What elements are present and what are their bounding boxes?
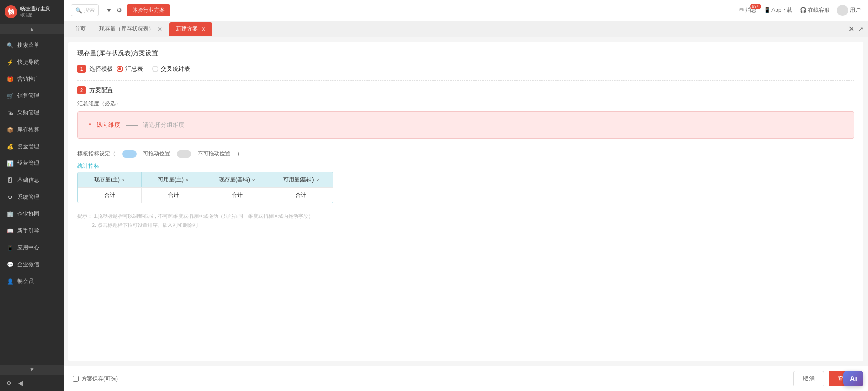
sales-icon: 🛒 [6, 93, 14, 100]
sidebar-item-shortcut[interactable]: ⚡ 快捷导航 [0, 54, 64, 71]
sidebar-item-basic[interactable]: 🗄 基础信息 [0, 172, 64, 189]
radio-summary-dot [118, 67, 121, 70]
dimension-placeholder[interactable]: 请选择分组维度 [143, 121, 184, 129]
required-star: * [89, 122, 91, 129]
tips-section: 提示： 1.拖动标题栏可以调整布局，不可跨维度或指标区域拖动（只能在同一维度或指… [77, 212, 854, 230]
stat-section: 统计指标 现存量(主) ∨ 可用量(主) ∨ [77, 162, 854, 205]
dimension-section: 汇总维度（必选） * 纵向维度 —— 请选择分组维度 [77, 100, 854, 139]
data-cell-0-3: 合计 [269, 187, 333, 203]
section-config: 2 方案配置 汇总维度（必选） * 纵向维度 —— 请选择分组维度 [77, 86, 854, 230]
sidebar-item-management[interactable]: 📊 经营管理 [0, 155, 64, 172]
tab-inventory-status[interactable]: 现存量（库存状况表） ✕ [93, 22, 168, 36]
collapse-icon[interactable]: ◀ [18, 380, 23, 386]
sidebar-scroll-up[interactable]: ▲ [0, 24, 64, 34]
radio-cross-circle [152, 66, 158, 72]
apps-icon: 📱 [6, 244, 14, 252]
cancel-button[interactable]: 取消 [793, 371, 824, 386]
tab-home[interactable]: 首页 [68, 22, 92, 36]
topbar: 🔍 搜索 ▼ ⚙ 体验行业方案 ✉ 消息 99+ 📱 App下载 🎧 在线客服 [64, 0, 868, 21]
search-icon: 🔍 [75, 7, 82, 14]
divider1 [77, 80, 854, 81]
tab-new-close[interactable]: ✕ [201, 26, 206, 32]
system-icon: ⚙ [6, 194, 14, 201]
radio-summary[interactable]: 汇总表 [117, 65, 143, 73]
main-area: 🔍 搜索 ▼ ⚙ 体验行业方案 ✉ 消息 99+ 📱 App下载 🎧 在线客服 [64, 0, 868, 391]
purchase-icon: 🛍 [6, 109, 14, 117]
header-cell-0[interactable]: 现存量(主) ∨ [78, 172, 142, 187]
ai-button[interactable]: Ai [843, 371, 863, 386]
message-icon: ✉ [739, 7, 744, 13]
sidebar-item-finance[interactable]: 💰 资金管理 [0, 138, 64, 155]
sidebar-item-purchase[interactable]: 🛍 采购管理 [0, 104, 64, 121]
wechat-icon: 💬 [6, 261, 14, 268]
sidebar-item-inventory[interactable]: 📦 库存核算 [0, 121, 64, 138]
undraggable-badge [177, 150, 191, 158]
sidebar-nav: 🔍 搜索菜单 ⚡ 快捷导航 🎁 营销推广 🛒 销售管理 🛍 采购管理 📦 库存核… [0, 34, 64, 365]
table-data-row-0: 合计 合计 合计 合计 [78, 187, 333, 203]
sidebar-item-marketing[interactable]: 🎁 营销推广 [0, 71, 64, 87]
chevron-0[interactable]: ∨ [122, 177, 125, 182]
sidebar-scroll-down[interactable]: ▼ [0, 365, 64, 375]
radio-cross[interactable]: 交叉统计表 [152, 65, 190, 73]
company-icon: 🏢 [6, 211, 14, 218]
radio-cross-label: 交叉统计表 [161, 65, 190, 73]
tips-title: 提示： [77, 213, 92, 219]
message-badge[interactable]: ✉ 消息 99+ [739, 6, 756, 14]
sidebar-item-label: 采购管理 [17, 109, 39, 117]
content-area: 现存量(库存状况表)方案设置 1 选择模板 汇总表 [64, 37, 868, 391]
header-cell-1[interactable]: 可用量(主) ∨ [142, 172, 205, 187]
gear-icon[interactable]: ⚙ [117, 7, 122, 14]
sidebar-item-wechat[interactable]: 💬 企业微信 [0, 256, 64, 273]
sidebar-item-label: 营销推广 [17, 75, 39, 83]
sidebar-item-guide[interactable]: 📖 新手引导 [0, 222, 64, 239]
sidebar-item-label: 基础信息 [17, 176, 39, 184]
app-download[interactable]: 📱 App下载 [764, 6, 792, 14]
tabbar: 首页 现存量（库存状况表） ✕ 新建方案 ✕ ✕ ⤢ [64, 21, 868, 37]
sidebar-item-label: 资金管理 [17, 143, 39, 150]
settings-icon[interactable]: ⚙ [6, 380, 12, 386]
tip-content: 1.拖动标题栏可以调整布局，不可跨维度或指标区域拖动（只能在同一维度或指标区域内… [94, 213, 313, 219]
window-expand-icon[interactable]: ⤢ [858, 26, 863, 33]
dimension-box: * 纵向维度 —— 请选择分组维度 [77, 111, 854, 139]
chevron-1[interactable]: ∨ [185, 177, 189, 182]
customer-service[interactable]: 🎧 在线客服 [800, 6, 830, 14]
tab-new-scheme[interactable]: 新建方案 ✕ [169, 22, 212, 36]
data-cell-0-2: 合计 [205, 187, 269, 203]
sidebar-item-label: 库存核算 [17, 126, 39, 134]
sidebar-item-label: 新手引导 [17, 227, 39, 235]
draggable-badge [122, 150, 137, 158]
chevron-3[interactable]: ∨ [316, 177, 319, 182]
sidebar-item-search[interactable]: 🔍 搜索菜单 [0, 37, 64, 54]
basic-icon: 🗄 [6, 177, 14, 184]
industry-btn[interactable]: 体验行业方案 [127, 4, 170, 16]
tab-new-label: 新建方案 [176, 25, 198, 33]
header-cell-2[interactable]: 现存量(基辅) ∨ [205, 172, 269, 187]
header-cell-3[interactable]: 可用量(基辅) ∨ [269, 172, 333, 187]
section2-header: 2 方案配置 [77, 86, 854, 94]
chevron-2[interactable]: ∨ [252, 177, 255, 182]
inventory-icon: 📦 [6, 126, 14, 134]
sidebar-item-company[interactable]: 🏢 企业协同 [0, 206, 64, 222]
sidebar-item-sales[interactable]: 🛒 销售管理 [0, 87, 64, 104]
dropdown-arrow-icon[interactable]: ▼ [106, 7, 112, 14]
sidebar-item-system[interactable]: ⚙ 系统管理 [0, 189, 64, 206]
section2-title: 方案配置 [89, 86, 113, 94]
phone-icon: 📱 [764, 7, 771, 13]
shortcut-icon: ⚡ [6, 59, 14, 66]
sidebar-item-member[interactable]: 👤 畅会员 [0, 273, 64, 290]
marketing-icon: 🎁 [6, 76, 14, 83]
header-label-1: 可用量(主) [158, 176, 184, 184]
topbar-search[interactable]: 🔍 搜索 [71, 4, 99, 16]
headset-icon: 🎧 [800, 7, 807, 13]
indicator-settings: 模板指标设定（ 可拖动位置 不可拖动位置 ） 统计指标 现 [77, 150, 854, 205]
header-label-0: 现存量(主) [94, 176, 120, 184]
user-avatar[interactable]: 用户 [837, 5, 861, 16]
sidebar-item-label: 搜索菜单 [17, 41, 39, 49]
indicator-settings-label: 模板指标设定（ [77, 150, 116, 158]
search-menu-icon: 🔍 [6, 42, 14, 49]
sidebar-item-apps[interactable]: 📱 应用中心 [0, 239, 64, 256]
save-scheme-checkbox[interactable] [73, 376, 79, 382]
tab-inventory-close[interactable]: ✕ [158, 26, 162, 32]
window-close-icon[interactable]: ✕ [848, 25, 854, 33]
topbar-right: ✉ 消息 99+ 📱 App下载 🎧 在线客服 用户 [739, 5, 861, 16]
